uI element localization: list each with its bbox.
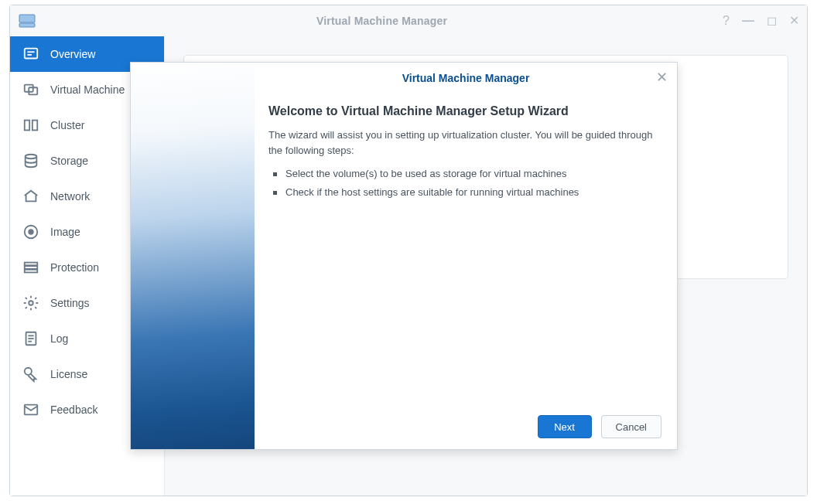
dialog-sidebar-graphic [131,63,255,449]
wizard-heading: Welcome to Virtual Machine Manager Setup… [268,104,655,118]
close-icon[interactable]: ✕ [789,15,799,27]
svg-rect-1 [19,23,35,27]
setup-wizard-dialog: Virtual Machine Manager ✕ Welcome to Vir… [130,62,678,450]
cluster-icon [22,117,39,134]
wizard-step-list: Select the volume(s) to be used as stora… [268,166,655,201]
sidebar-item-label: Image [50,226,80,238]
app-title: Virtual Machine Manager [41,15,723,27]
sidebar-item-label: Feedback [50,404,97,416]
app-icon [18,12,36,30]
dialog-header: Virtual Machine Manager ✕ [255,63,677,94]
svg-rect-2 [25,49,38,59]
wizard-step: Select the volume(s) to be used as stora… [272,166,655,182]
help-icon[interactable]: ? [723,15,730,27]
dialog-close-icon[interactable]: ✕ [656,70,668,84]
dialog-body: Welcome to Virtual Machine Manager Setup… [255,94,677,404]
sidebar-item-label: Cluster [50,119,84,131]
svg-rect-14 [25,270,38,273]
sidebar-item-label: Storage [50,155,88,167]
window-controls: ? — ◻ ✕ [723,15,799,27]
wizard-step: Check if the host settings are suitable … [272,185,655,201]
svg-point-9 [26,155,37,159]
svg-rect-8 [32,121,37,131]
dialog-footer: Next Cancel [255,404,677,449]
sidebar-item-label: Log [50,332,68,345]
title-bar: Virtual Machine Manager ? — ◻ ✕ [10,5,807,36]
sidebar-item-label: Overview [50,48,95,60]
svg-point-11 [29,230,33,234]
minimize-icon[interactable]: — [742,15,754,27]
vm-icon [22,81,39,98]
sidebar-item-label: License [50,368,87,380]
feedback-icon [22,401,39,418]
sidebar-item-label: Network [50,190,90,203]
sidebar-item-label: Protection [50,261,99,274]
svg-rect-7 [25,121,29,131]
svg-rect-0 [19,15,35,22]
log-icon [22,330,39,347]
dialog-main: Virtual Machine Manager ✕ Welcome to Vir… [255,63,677,449]
image-icon [22,223,39,240]
license-icon [22,366,39,383]
next-button[interactable]: Next [538,415,592,438]
maximize-icon[interactable]: ◻ [767,15,777,27]
wizard-description: The wizard will assist you in setting up… [268,128,655,158]
settings-icon [22,295,39,312]
network-icon [22,188,39,205]
sidebar-item-label: Settings [50,297,90,309]
svg-rect-12 [25,263,38,266]
protection-icon [22,259,39,276]
dialog-title: Virtual Machine Manager [402,72,530,84]
svg-point-15 [29,301,33,305]
svg-rect-13 [25,266,38,269]
storage-icon [22,152,39,169]
cancel-button[interactable]: Cancel [601,415,661,438]
sidebar-item-label: Virtual Machine [50,83,125,96]
overview-icon [22,46,39,63]
